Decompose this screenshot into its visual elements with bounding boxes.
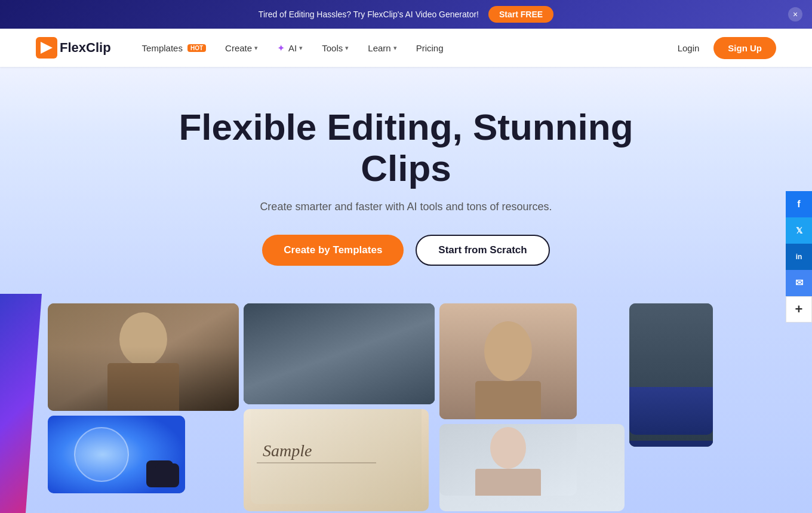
gallery-col-2: FASHION FOR A MINUTE FASHION JOURNEY CEL…: [244, 303, 435, 511]
nav-create-chevron: ▾: [254, 44, 258, 52]
ai-star-icon: ✦: [277, 42, 285, 54]
nav-item-create[interactable]: Create ▾: [218, 38, 265, 58]
fashion-journey-svg: FASHION FOR A MINUTE FASHION JOURNEY CEL…: [244, 303, 435, 404]
gallery-col-4: [629, 303, 713, 511]
nav-item-tools[interactable]: Tools ▾: [315, 38, 356, 58]
linkedin-share-button[interactable]: in: [786, 244, 812, 270]
svg-rect-4: [107, 363, 179, 411]
twitter-share-button[interactable]: 𝕏: [786, 217, 812, 244]
nav-templates-badge: HOT: [187, 44, 206, 52]
hero-subtitle: Create smarter and faster with AI tools …: [260, 201, 552, 213]
gallery-image-fashion-journey: FASHION FOR A MINUTE FASHION JOURNEY CEL…: [244, 303, 435, 404]
start-from-scratch-button[interactable]: Start from Scratch: [416, 235, 549, 266]
banner-text: Tired of Editing Hassles? Try FlexClip's…: [259, 10, 479, 19]
more-icon: +: [795, 302, 803, 317]
svg-marker-16: [414, 395, 423, 404]
svg-rect-22: [475, 381, 541, 419]
gallery-image-portrait-woman: [439, 303, 577, 419]
nav-tools-label: Tools: [322, 43, 343, 53]
svg-rect-9: [244, 303, 435, 404]
login-button[interactable]: Login: [670, 38, 707, 58]
nav-learn-chevron: ▾: [393, 44, 397, 52]
email-share-button[interactable]: ✉: [786, 270, 812, 296]
social-sidebar: f 𝕏 in ✉ +: [786, 191, 812, 322]
banner-close-button[interactable]: ×: [788, 7, 802, 21]
facebook-share-button[interactable]: f: [786, 191, 812, 217]
svg-text:JOURNEY: JOURNEY: [290, 366, 387, 385]
svg-point-24: [490, 427, 526, 469]
nav-links: Templates HOT Create ▾ ✦ AI ▾ Tools ▾ Le…: [135, 38, 670, 59]
navbar: FlexClip Templates HOT Create ▾ ✦ AI ▾ T…: [0, 29, 812, 67]
svg-rect-25: [475, 469, 541, 496]
facebook-icon: f: [797, 199, 800, 210]
logo-icon: [36, 37, 57, 59]
nav-item-templates[interactable]: Templates HOT: [135, 38, 213, 58]
svg-text:CELEBRATING THE LATEST FASHION: CELEBRATING THE LATEST FASHION: [293, 395, 386, 401]
gallery-images: FASHION FOR A MINUTE FASHION JOURNEY CEL…: [0, 294, 812, 513]
more-share-button[interactable]: +: [786, 296, 812, 322]
linkedin-icon: in: [796, 253, 802, 261]
wedding-svg: Sample: [251, 409, 422, 504]
nav-item-ai[interactable]: ✦ AI ▾: [270, 38, 310, 59]
svg-point-21: [484, 321, 532, 381]
top-banner: Tired of Editing Hassles? Try FlexClip's…: [0, 0, 812, 29]
svg-rect-19: [257, 462, 376, 463]
nav-create-label: Create: [225, 43, 252, 53]
logo[interactable]: FlexClip: [36, 37, 111, 59]
dark-building-svg: [629, 303, 713, 447]
nav-templates-label: Templates: [142, 43, 183, 53]
hero-title: Flexible Editing, Stunning Clips: [137, 107, 675, 188]
nav-learn-label: Learn: [368, 43, 390, 53]
banner-cta-button[interactable]: Start FREE: [488, 6, 553, 23]
svg-rect-26: [629, 303, 713, 447]
svg-point-3: [119, 312, 167, 366]
svg-text:Sample: Sample: [263, 441, 312, 460]
nav-tools-chevron: ▾: [345, 44, 349, 52]
gallery-image-dark-building: [629, 303, 713, 447]
svg-text:FASHION: FASHION: [293, 348, 385, 367]
svg-rect-27: [629, 441, 713, 447]
nav-item-learn[interactable]: Learn ▾: [361, 38, 404, 58]
gallery-section: FASHION FOR A MINUTE FASHION JOURNEY CEL…: [0, 294, 812, 513]
gallery-image-woman-2: [439, 424, 625, 511]
hero-buttons: Create by Templates Start from Scratch: [262, 235, 549, 266]
signup-button[interactable]: Sign Up: [713, 37, 776, 59]
svg-rect-2: [48, 303, 239, 411]
nav-item-pricing[interactable]: Pricing: [409, 38, 451, 58]
email-icon: ✉: [795, 277, 803, 288]
logo-text: FlexClip: [60, 40, 111, 56]
svg-point-15: [407, 389, 426, 404]
nav-ai-label: AI: [288, 43, 297, 53]
twitter-icon: 𝕏: [796, 226, 802, 235]
fashion-portrait-svg: [48, 303, 239, 411]
nav-auth: Login Sign Up: [670, 37, 776, 59]
gallery-col-3: [439, 303, 625, 511]
gallery-image-wedding: Sample: [244, 409, 429, 511]
gallery-image-fashion-portrait: [48, 303, 239, 411]
woman-2-svg: [439, 424, 577, 496]
gallery-image-round-blue: [48, 416, 185, 493]
nav-pricing-label: Pricing: [416, 43, 444, 53]
svg-rect-8: [244, 303, 435, 404]
gallery-col-1: [48, 303, 239, 511]
create-by-templates-button[interactable]: Create by Templates: [262, 235, 404, 266]
svg-text:FASHION FOR A MINUTE: FASHION FOR A MINUTE: [284, 339, 395, 346]
hero-section: Flexible Editing, Stunning Clips Create …: [0, 67, 812, 294]
svg-rect-7: [146, 460, 173, 487]
nav-ai-chevron: ▾: [299, 44, 303, 52]
round-blue-svg: [48, 416, 185, 493]
svg-point-6: [75, 428, 128, 481]
portrait-woman-svg: [439, 303, 577, 419]
